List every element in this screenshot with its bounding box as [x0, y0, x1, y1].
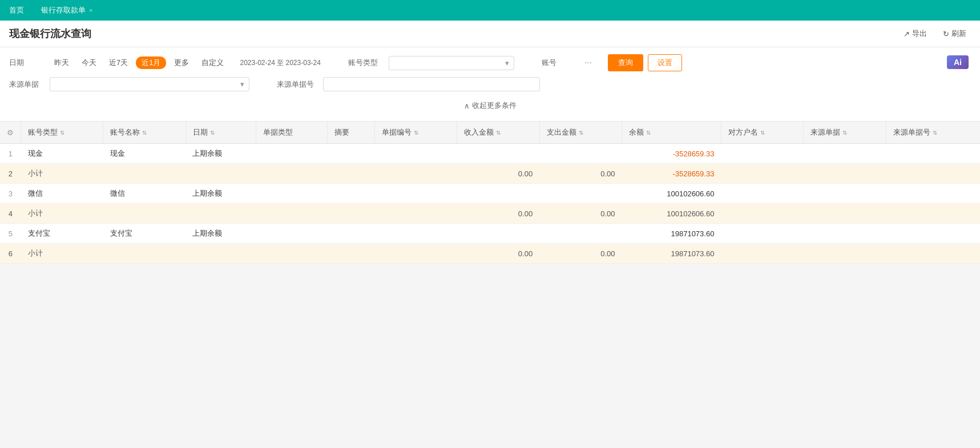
cell-income: 0.00	[457, 204, 539, 224]
cell-expense: 0.00	[539, 204, 622, 224]
cell-income	[457, 224, 539, 244]
col-header-counter_party[interactable]: 对方户名⇅	[721, 122, 803, 144]
collapse-label: 收起更多条件	[472, 100, 517, 111]
source-doc-dropdown-icon: ▾	[240, 80, 244, 88]
table-header: ⚙账号类型⇅账号名称⇅日期⇅单据类型摘要单据编号⇅收入金额⇅支出金额⇅余额⇅对方…	[0, 122, 980, 144]
cell-doc_type	[256, 184, 328, 204]
collapse-icon: ∧	[464, 102, 470, 110]
cell-counter_party	[721, 204, 803, 224]
cell-doc_no	[374, 164, 457, 184]
cell-doc_type	[256, 144, 328, 164]
cell-source_doc	[804, 204, 886, 224]
col-settings[interactable]: ⚙	[0, 122, 21, 144]
cell-source_doc	[804, 144, 886, 164]
cell-balance: 19871073.60	[622, 244, 721, 264]
cell-date	[185, 204, 256, 224]
cell-account_name: 微信	[103, 184, 185, 204]
date-option-更多[interactable]: 更多	[170, 56, 193, 69]
cell-source_doc_no	[886, 244, 980, 264]
account-type-select[interactable]: ▾	[389, 56, 514, 70]
source-doc-select[interactable]: ▾	[50, 77, 249, 91]
cell-date	[185, 244, 256, 264]
col-header-source_doc_no[interactable]: 来源单据号⇅	[886, 122, 980, 144]
table-row: 6小计0.000.0019871073.60	[0, 244, 980, 264]
sort-icon: ⇅	[760, 130, 765, 136]
sort-icon: ⇅	[496, 130, 501, 136]
sort-icon: ⇅	[414, 130, 418, 136]
top-navigation: 首页 收款单×付款单×其他收入单×应收应付调整单×银行存取款单×预收冲应收单×收…	[0, 0, 980, 21]
cell-doc_type	[256, 204, 328, 224]
nav-home[interactable]: 首页	[0, 0, 33, 21]
cell-account_name	[103, 204, 185, 224]
col-header-income[interactable]: 收入金额⇅	[457, 122, 539, 144]
col-header-account_type[interactable]: 账号类型⇅	[21, 122, 103, 144]
cell-summary	[328, 144, 375, 164]
sort-icon: ⇅	[142, 130, 147, 136]
col-header-summary: 摘要	[328, 122, 375, 144]
settings-button[interactable]: 设置	[648, 54, 682, 71]
cell-source_doc	[804, 164, 886, 184]
row-number: 6	[0, 244, 21, 264]
export-button[interactable]: ↗ 导出	[899, 26, 931, 41]
cell-source_doc_no	[886, 224, 980, 244]
cell-account_name: 现金	[103, 144, 185, 164]
date-option-自定义[interactable]: 自定义	[197, 56, 228, 69]
table-row: 2小计0.000.00-3528659.33	[0, 164, 980, 184]
close-tab-icon[interactable]: ×	[89, 7, 92, 14]
account-dots[interactable]: ···	[582, 58, 594, 68]
ai-badge[interactable]: Ai	[947, 55, 969, 69]
table-row: 3微信微信上期余额100102606.60	[0, 184, 980, 204]
cell-counter_party	[721, 244, 803, 264]
date-option-近7天[interactable]: 近7天	[104, 56, 132, 69]
source-doc-no-input[interactable]	[323, 77, 540, 91]
cell-account_type: 小计	[21, 244, 103, 264]
row-number: 5	[0, 224, 21, 244]
col-header-expense[interactable]: 支出金额⇅	[539, 122, 622, 144]
cell-expense	[539, 224, 622, 244]
cell-account_name	[103, 244, 185, 264]
cell-expense	[539, 184, 622, 204]
col-header-balance[interactable]: 余额⇅	[622, 122, 721, 144]
date-option-近1月[interactable]: 近1月	[136, 56, 166, 69]
cell-account_type: 现金	[21, 144, 103, 164]
data-table: ⚙账号类型⇅账号名称⇅日期⇅单据类型摘要单据编号⇅收入金额⇅支出金额⇅余额⇅对方…	[0, 122, 980, 264]
cell-summary	[328, 184, 375, 204]
nav-tab-银行存取款单[interactable]: 银行存取款单×	[33, 0, 115, 21]
sort-icon: ⇅	[210, 130, 215, 136]
cell-counter_party	[721, 164, 803, 184]
cell-balance: -3528659.33	[622, 144, 721, 164]
cell-balance: -3528659.33	[622, 164, 721, 184]
cell-counter_party	[721, 184, 803, 204]
cell-date: 上期余额	[185, 144, 256, 164]
cell-doc_no	[374, 224, 457, 244]
col-header-account_name[interactable]: 账号名称⇅	[103, 122, 185, 144]
collapse-bar[interactable]: ∧ 收起更多条件	[9, 97, 971, 114]
cell-doc_type	[256, 244, 328, 264]
account-label: 账号	[542, 58, 573, 68]
col-header-doc_type: 单据类型	[256, 122, 328, 144]
cell-date: 上期余额	[185, 184, 256, 204]
filter-row-2: 来源单据 ▾ 来源单据号	[9, 77, 971, 91]
query-button[interactable]: 查询	[608, 54, 643, 71]
filter-row-1: 日期 昨天今天近7天近1月更多自定义 2023-02-24 至 2023-03-…	[9, 54, 971, 71]
account-type-label: 账号类型	[348, 58, 380, 68]
cell-date	[185, 164, 256, 184]
cell-source_doc_no	[886, 184, 980, 204]
cell-account_type: 小计	[21, 164, 103, 184]
col-header-source_doc[interactable]: 来源单据⇅	[804, 122, 886, 144]
cell-summary	[328, 204, 375, 224]
date-option-昨天[interactable]: 昨天	[50, 56, 74, 69]
cell-source_doc	[804, 184, 886, 204]
row-number: 4	[0, 204, 21, 224]
cell-counter_party	[721, 224, 803, 244]
col-header-date[interactable]: 日期⇅	[185, 122, 256, 144]
sort-icon: ⇅	[933, 130, 937, 136]
row-number: 3	[0, 184, 21, 204]
cell-doc_no	[374, 184, 457, 204]
cell-counter_party	[721, 144, 803, 164]
col-header-doc_no[interactable]: 单据编号⇅	[374, 122, 457, 144]
cell-doc_no	[374, 144, 457, 164]
date-option-今天[interactable]: 今天	[77, 56, 101, 69]
cell-source_doc_no	[886, 204, 980, 224]
refresh-button[interactable]: ↻ 刷新	[938, 26, 971, 41]
